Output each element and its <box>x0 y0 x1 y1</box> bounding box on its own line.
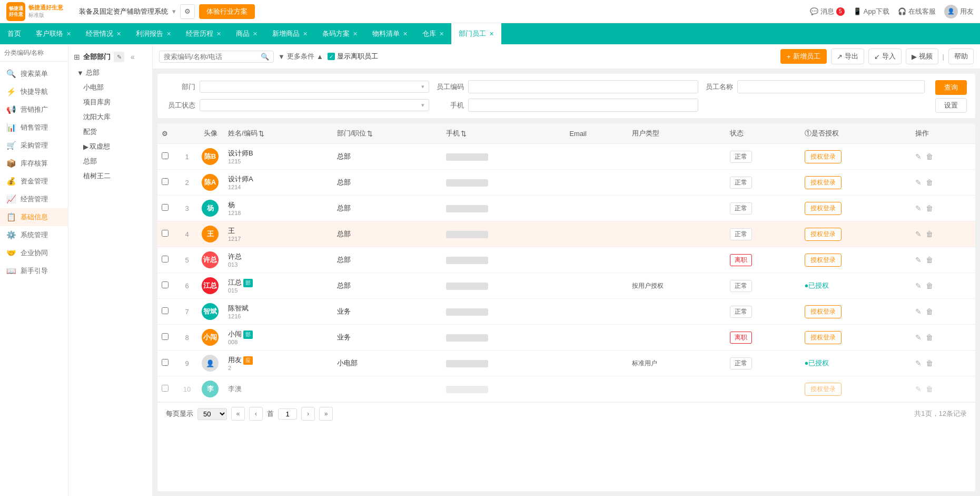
sidebar-item-quicknav[interactable]: ⚡ 快捷导航 <box>0 83 68 101</box>
tree-node-zhishu[interactable]: 植树王二 <box>68 169 152 183</box>
row-settings[interactable] <box>157 273 176 299</box>
prev-page-button[interactable]: ‹ <box>249 407 263 421</box>
delete-icon[interactable]: 🗑 <box>926 281 933 290</box>
row-settings[interactable] <box>157 376 176 402</box>
next-page-button[interactable]: › <box>301 407 315 421</box>
nav-item-bom[interactable]: 物料清单 ✕ <box>365 23 415 44</box>
row-checkbox[interactable] <box>162 333 169 340</box>
phone-input[interactable] <box>468 99 698 112</box>
nav-item-customer[interactable]: 客户联络 ✕ <box>28 23 78 44</box>
per-page-select[interactable]: 50 20 100 <box>197 408 227 420</box>
nav-item-profit[interactable]: 利润报告 ✕ <box>128 23 179 44</box>
row-settings[interactable] <box>157 325 176 351</box>
row-checkbox[interactable] <box>162 204 169 211</box>
edit-icon[interactable]: ✎ <box>915 333 922 342</box>
auth-button[interactable]: 授权登录 <box>805 202 842 215</box>
nav-close-goods[interactable]: ✕ <box>253 31 258 37</box>
sidebar-item-finance[interactable]: 💰 资金管理 <box>0 172 68 190</box>
gear-button[interactable]: ⚙ <box>180 4 195 19</box>
export-button[interactable]: ↗ 导出 <box>831 48 864 64</box>
edit-icon[interactable]: ✎ <box>915 152 922 161</box>
search-button[interactable]: 查询 <box>935 80 967 95</box>
col-name-code[interactable]: 姓名/编码 ⇅ <box>224 123 333 144</box>
add-employee-button[interactable]: + 新增员工 <box>780 49 827 64</box>
edit-icon[interactable]: ✎ <box>915 385 922 393</box>
auth-button[interactable]: 授权登录 <box>805 383 842 396</box>
delete-icon[interactable]: 🗑 <box>926 230 933 238</box>
edit-icon[interactable]: ✎ <box>915 204 922 212</box>
nav-close-barcode[interactable]: ✕ <box>353 31 358 37</box>
delete-icon[interactable]: 🗑 <box>926 178 933 187</box>
nav-close-history[interactable]: ✕ <box>216 31 221 37</box>
delete-icon[interactable]: 🗑 <box>926 385 933 393</box>
nav-item-dept-emp[interactable]: 部门员工 ✕ <box>451 23 501 44</box>
row-checkbox[interactable] <box>162 178 169 185</box>
row-settings[interactable] <box>157 170 176 196</box>
nav-close-profit[interactable]: ✕ <box>166 31 171 37</box>
first-page-button[interactable]: « <box>231 407 245 421</box>
help-button[interactable]: 帮助 <box>948 48 974 64</box>
auth-button[interactable]: 授权登录 <box>805 176 842 189</box>
sidebar-item-collab[interactable]: 🤝 企业协同 <box>0 244 68 262</box>
row-settings[interactable] <box>157 221 176 247</box>
tree-node-shuangxu[interactable]: ▶ 双虚想 <box>68 139 152 154</box>
tree-node-small-elec[interactable]: 小电部 <box>68 80 152 95</box>
nav-item-operation[interactable]: 经营情况 ✕ <box>78 23 128 44</box>
tree-node-project[interactable]: 项目库房 <box>68 95 152 110</box>
auth-button[interactable]: 授权登录 <box>805 305 842 318</box>
nav-close-warehouse[interactable]: ✕ <box>439 31 444 37</box>
sidebar-item-marketing[interactable]: 📢 营销推广 <box>0 101 68 119</box>
delete-icon[interactable]: 🗑 <box>926 307 933 316</box>
auth-button[interactable]: 授权登录 <box>805 150 842 163</box>
tree-node-root[interactable]: ▼ 总部 <box>68 65 152 80</box>
nav-close-new-goods[interactable]: ✕ <box>303 31 308 37</box>
page-number-input[interactable] <box>278 409 297 420</box>
col-dept[interactable]: 部门/职位 ⇅ <box>333 123 442 144</box>
row-checkbox[interactable] <box>162 385 169 392</box>
sidebar-item-purchase[interactable]: 🛒 采购管理 <box>0 137 68 154</box>
trial-button[interactable]: 体验行业方案 <box>199 4 255 19</box>
row-checkbox[interactable] <box>162 230 169 237</box>
delete-icon[interactable]: 🗑 <box>926 204 933 212</box>
auth-button[interactable]: 授权登录 <box>805 254 842 267</box>
emp-status-select[interactable]: ▾ <box>200 99 429 111</box>
row-checkbox[interactable] <box>162 256 169 262</box>
nav-close-customer[interactable]: ✕ <box>66 31 71 37</box>
tree-node-hq[interactable]: 总部 <box>68 154 152 169</box>
row-settings[interactable] <box>157 196 176 221</box>
nav-close-operation[interactable]: ✕ <box>116 31 121 37</box>
import-button[interactable]: ↙ 导入 <box>868 48 902 64</box>
row-checkbox[interactable] <box>162 359 169 366</box>
dept-select[interactable]: ▾ <box>200 81 429 93</box>
edit-icon[interactable]: ✎ <box>915 178 922 187</box>
emp-name-input[interactable] <box>737 80 925 93</box>
nav-item-goods[interactable]: 商品 ✕ <box>229 23 265 44</box>
row-settings[interactable] <box>157 247 176 273</box>
edit-icon[interactable]: ✎ <box>915 256 922 264</box>
sidebar-item-inventory[interactable]: 📦 库存核算 <box>0 154 68 172</box>
nav-item-new-goods[interactable]: 新增商品 ✕ <box>265 23 315 44</box>
delete-icon[interactable]: 🗑 <box>926 333 933 342</box>
sidebar-item-basic-info[interactable]: 📋 基础信息 <box>0 208 68 226</box>
last-page-button[interactable]: » <box>319 407 333 421</box>
sidebar-item-guide[interactable]: 📖 新手引导 <box>0 262 68 280</box>
nav-close-bom[interactable]: ✕ <box>403 31 408 37</box>
nav-close-dept-emp[interactable]: ✕ <box>489 31 494 37</box>
row-checkbox[interactable] <box>162 307 169 314</box>
sidebar-item-system[interactable]: ⚙️ 系统管理 <box>0 226 68 244</box>
edit-icon[interactable]: ✎ <box>915 281 922 290</box>
delete-icon[interactable]: 🗑 <box>926 359 933 367</box>
edit-icon[interactable]: ✎ <box>915 230 922 238</box>
edit-icon[interactable]: ✎ <box>915 307 922 316</box>
tree-node-shenyang[interactable]: 沈阳大库 <box>68 110 152 124</box>
app-download-button[interactable]: 📱 App下载 <box>853 7 889 16</box>
auth-button[interactable]: 授权登录 <box>805 331 842 344</box>
sidebar-search-input[interactable] <box>4 49 68 56</box>
row-settings[interactable] <box>157 351 176 376</box>
auth-button[interactable]: 授权登录 <box>805 228 842 241</box>
row-settings[interactable] <box>157 144 176 170</box>
tree-edit-button[interactable]: ✎ <box>114 52 124 62</box>
col-settings[interactable]: ⚙ <box>157 123 176 144</box>
messages-button[interactable]: 💬 消息 5 <box>810 7 845 16</box>
row-checkbox[interactable] <box>162 281 169 288</box>
